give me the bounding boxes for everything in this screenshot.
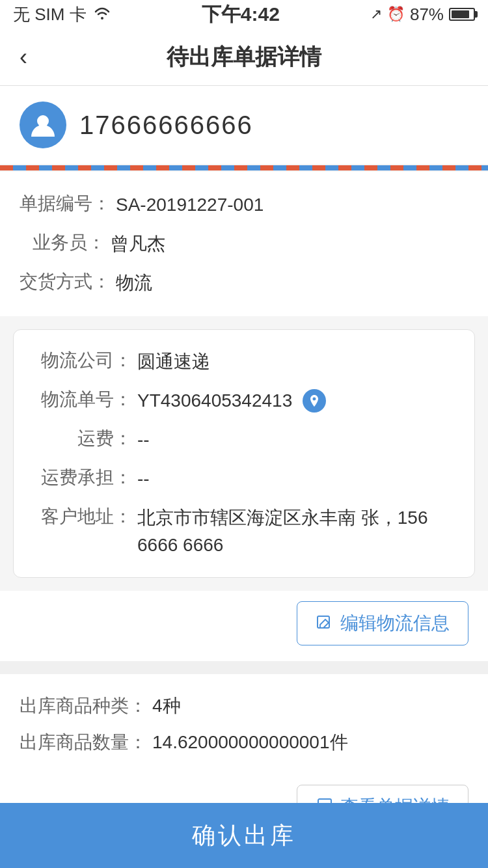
user-card: 17666666666 [0, 86, 488, 164]
logistics-address-value: 北京市市辖区海淀区永丰南 张，156 6666 6666 [137, 504, 455, 559]
staff-row: 业务员： 曾凡杰 [20, 230, 468, 258]
goods-types-value: 4种 [152, 694, 468, 718]
staff-value: 曾凡杰 [111, 230, 468, 258]
staff-label: 业务员： [20, 230, 111, 255]
logistics-card: 物流公司： 圆通速递 物流单号： YT4306405342413 运费： -- … [13, 329, 475, 578]
goods-section: 出库商品种类： 4种 出库商品数量： 14.620000000000001件 [0, 674, 488, 774]
user-phone: 17666666666 [79, 111, 253, 140]
status-bar: 无 SIM 卡 下午4:42 ↗ ⏰ 87% [0, 0, 488, 29]
logistics-address-row: 客户地址： 北京市市辖区海淀区永丰南 张，156 6666 6666 [33, 504, 455, 559]
logistics-company-label: 物流公司： [33, 348, 137, 373]
status-time: 下午4:42 [202, 1, 280, 28]
document-number-value: SA-20191227-001 [116, 191, 468, 219]
goods-types-label: 出库商品种类： [20, 694, 152, 718]
dashed-separator [0, 165, 488, 170]
logistics-tracking-label: 物流单号： [33, 387, 137, 412]
logistics-tracking-row: 物流单号： YT4306405342413 [33, 387, 455, 414]
confirm-button-label: 确认出库 [192, 820, 296, 852]
edit-logistics-label: 编辑物流信息 [340, 611, 450, 636]
logistics-company-row: 物流公司： 圆通速递 [33, 348, 455, 375]
map-location-icon[interactable] [303, 389, 326, 413]
edit-icon [316, 614, 334, 632]
battery-percent: 87% [410, 5, 444, 25]
gray-separator-1 [0, 661, 488, 674]
edit-logistics-button[interactable]: 编辑物流信息 [297, 601, 468, 645]
logistics-bearer-value: -- [137, 465, 455, 493]
document-number-label: 单据编号： [20, 191, 116, 216]
status-right: ↗ ⏰ 87% [370, 5, 475, 25]
wifi-icon [93, 5, 111, 25]
nav-bar: ‹ 待出库单据详情 [0, 29, 488, 86]
alarm-icon: ⏰ [387, 6, 405, 23]
logistics-company-value: 圆通速递 [137, 348, 455, 375]
location-arrow-icon: ↗ [370, 6, 382, 23]
back-button[interactable]: ‹ [20, 44, 27, 71]
logistics-freight-label: 运费： [33, 426, 137, 451]
confirm-button-bar[interactable]: 确认出库 [0, 803, 488, 868]
edit-logistics-container: 编辑物流信息 [0, 591, 488, 661]
battery-icon [449, 8, 475, 21]
goods-quantity-value: 14.620000000000001件 [152, 730, 468, 755]
delivery-label: 交货方式： [20, 269, 116, 294]
goods-quantity-label: 出库商品数量： [20, 730, 152, 755]
delivery-value: 物流 [116, 269, 468, 297]
goods-quantity-row: 出库商品数量： 14.620000000000001件 [20, 730, 468, 755]
user-icon [29, 111, 57, 139]
status-left: 无 SIM 卡 [13, 3, 111, 26]
document-info-section: 单据编号： SA-20191227-001 业务员： 曾凡杰 交货方式： 物流 [0, 172, 488, 316]
logistics-address-label: 客户地址： [33, 504, 137, 529]
logistics-freight-row: 运费： -- [33, 426, 455, 454]
logistics-bearer-label: 运费承担： [33, 465, 137, 490]
logistics-freight-value: -- [137, 426, 455, 454]
goods-types-row: 出库商品种类： 4种 [20, 694, 468, 718]
document-number-row: 单据编号： SA-20191227-001 [20, 191, 468, 219]
carrier-text: 无 SIM 卡 [13, 3, 87, 26]
logistics-bearer-row: 运费承担： -- [33, 465, 455, 493]
page-title: 待出库单据详情 [167, 42, 321, 72]
delivery-row: 交货方式： 物流 [20, 269, 468, 297]
logistics-tracking-value: YT4306405342413 [137, 387, 455, 414]
avatar [20, 102, 66, 148]
